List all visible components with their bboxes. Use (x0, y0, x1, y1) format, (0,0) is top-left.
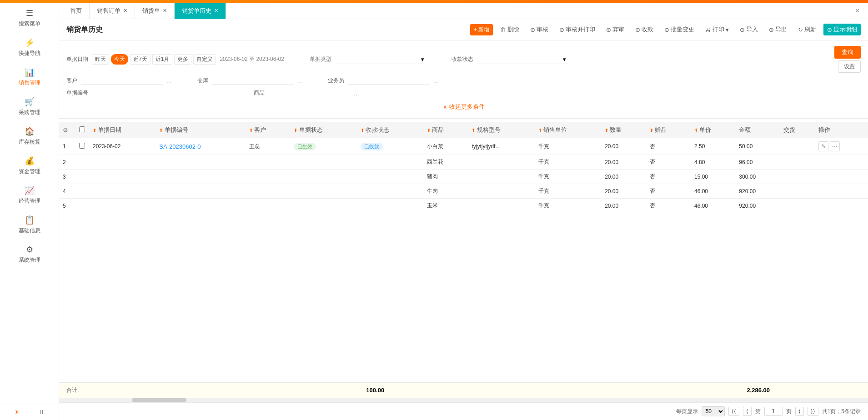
row-checkbox[interactable] (79, 143, 85, 149)
cell-amount: 50.00 (735, 138, 779, 155)
date-btn-yesterday[interactable]: 昨天 (92, 54, 109, 65)
filter-docno: 单据编号 (66, 89, 228, 97)
sidebar-item-operations[interactable]: 📈 经营管理 (0, 180, 59, 210)
refresh-button[interactable]: ↻ 刷新 (794, 24, 820, 35)
scrollbar-area[interactable] (59, 398, 868, 402)
prev-page-button[interactable]: ⟨ (743, 407, 752, 416)
query-button[interactable]: 查询 (834, 46, 861, 59)
goods-ellipsis[interactable]: ... (354, 90, 359, 97)
col-quantity[interactable]: ⬆ 数量 (601, 122, 646, 138)
col-spec-type[interactable]: ⬆ 规格型号 (468, 122, 534, 138)
scrollbar-thumb[interactable] (132, 398, 186, 402)
main-content: 首页 销售订单 ✕ 销货单 ✕ 销货单历史 ✕ ✕ 销货单历史 + (59, 3, 868, 420)
doctype-select[interactable]: ▾ (335, 55, 426, 64)
sidebar-footer-icon2[interactable]: ⏸ (39, 409, 45, 415)
payment-status-badge: 已收款 (361, 143, 383, 150)
page-input[interactable] (764, 407, 783, 416)
tab-close-all[interactable]: ✕ (850, 7, 864, 14)
sidebar-footer-icon1[interactable]: ☀ (14, 409, 20, 415)
doc-status-badge: 已生效 (294, 143, 316, 150)
date-group: 昨天 今天 近7天 近1月 更多 自定义 2023-06-02 至 2023-0… (92, 54, 284, 65)
cell-goods: 牛肉 (423, 184, 468, 199)
filter-customer: 客户 ... (66, 76, 172, 85)
col-payment-status[interactable]: ⬆ 收款状态 (357, 122, 423, 138)
tab-sales-order[interactable]: 销售订单 ✕ (90, 3, 135, 19)
sidebar-item-purchase[interactable]: 🛒 采购管理 (0, 91, 59, 121)
payment-status-select[interactable]: ▾ (477, 55, 568, 64)
goods-input[interactable] (268, 89, 350, 97)
new-button[interactable]: + 新增 (470, 24, 493, 35)
cell-gift: 否 (646, 155, 691, 170)
tab-close-sales-history[interactable]: ✕ (214, 8, 218, 14)
setting-button[interactable]: 设置 (838, 60, 861, 73)
print-icon: 🖨 (705, 26, 711, 33)
date-btn-1month[interactable]: 近1月 (152, 54, 173, 65)
date-btn-today[interactable]: 今天 (111, 54, 128, 65)
col-goods[interactable]: ⬆ 商品 (423, 122, 468, 138)
col-customer[interactable]: ⬆ 客户 (246, 122, 290, 138)
sidebar-item-basicinfo[interactable]: 📋 基础信息 (0, 210, 59, 239)
col-sales-unit[interactable]: ⬆ 销售单位 (535, 122, 601, 138)
last-page-button[interactable]: ⟩⟩ (808, 407, 818, 416)
cell-amount: 300.00 (735, 170, 779, 184)
more-action-button[interactable]: ⋯ (830, 141, 840, 151)
sort-icon-unit: ⬆ (538, 128, 542, 133)
filter-row-2: 客户 ... 仓库 ... 业务员 ... (66, 76, 861, 85)
col-doc-date[interactable]: ⬆ 单据日期 (89, 122, 156, 138)
col-settings[interactable]: ⚙ (59, 122, 75, 138)
cell-quantity: 20.00 (601, 184, 646, 199)
cell-goods: 西兰花 (423, 155, 468, 170)
date-btn-more[interactable]: 更多 (174, 54, 191, 65)
cell-spec-type (468, 199, 534, 213)
sidebar-item-search[interactable]: ☰ 搜索菜单 (0, 3, 59, 32)
toolbar: + 新增 🗑 删除 ⊙ 审核 ⊙ 审核并打印 ⊙ 弃 (470, 24, 861, 35)
date-btn-7days[interactable]: 近7天 (130, 54, 151, 65)
tab-close-sales-order[interactable]: ✕ (123, 8, 127, 14)
edit-action-button[interactable]: ✎ (818, 141, 828, 151)
batch-change-button[interactable]: ⊙ 批量变更 (661, 24, 698, 35)
audit-print-button[interactable]: ⊙ 审核并打印 (556, 24, 599, 35)
doc-no-link[interactable]: SA-20230602-0 (159, 143, 201, 150)
tab-sales-history[interactable]: 销货单历史 ✕ (175, 3, 226, 19)
first-page-button[interactable]: ⟨⟨ (728, 407, 739, 416)
per-page-select[interactable]: 50 100 200 (702, 406, 725, 416)
docno-input[interactable] (92, 89, 228, 97)
sidebar-item-sales[interactable]: 📊 销售管理 (0, 62, 59, 91)
select-all-checkbox[interactable] (79, 126, 85, 132)
tab-home[interactable]: 首页 (63, 3, 90, 19)
tab-close-sales-goods[interactable]: ✕ (163, 8, 167, 14)
audit-button[interactable]: ⊙ 审核 (527, 24, 552, 35)
export-button[interactable]: ⊙ 导出 (765, 24, 791, 35)
total-amount: 2,286.00 (747, 387, 770, 394)
import-button[interactable]: ⊙ 导入 (736, 24, 762, 35)
cell-transaction (780, 199, 815, 213)
collapse-button[interactable]: ∧ 收起更多条件 (66, 101, 861, 113)
sidebar-item-quicknav[interactable]: ⚡ 快捷导航 (0, 32, 59, 62)
customer-input[interactable] (81, 76, 163, 85)
warehouse-ellipsis[interactable]: ... (297, 77, 303, 85)
cell-doc-status (290, 170, 356, 184)
show-detail-button[interactable]: ⊙ 显示明细 (823, 24, 861, 35)
business-ellipsis[interactable]: ... (433, 77, 439, 85)
next-page-button[interactable]: ⟩ (795, 407, 804, 416)
cell-transaction (780, 170, 815, 184)
customer-ellipsis[interactable]: ... (166, 77, 172, 85)
sidebar-item-inventory[interactable]: 🏠 库存核算 (0, 121, 59, 150)
business-input[interactable] (348, 76, 430, 85)
tab-sales-goods[interactable]: 销货单 ✕ (135, 3, 175, 19)
sidebar-item-system[interactable]: ⚙ 系统管理 (0, 239, 59, 269)
warehouse-input[interactable] (212, 76, 294, 85)
date-btn-custom[interactable]: 自定义 (193, 54, 216, 65)
delete-button[interactable]: 🗑 删除 (497, 24, 523, 35)
col-doc-no[interactable]: ⬆ 单据编号 (156, 122, 246, 138)
col-gift[interactable]: ⬆ 赠品 (646, 122, 691, 138)
abandon-button[interactable]: ⊙ 弃审 (602, 24, 628, 35)
settings-icon[interactable]: ⚙ (63, 127, 68, 134)
col-doc-status[interactable]: ⬆ 单据状态 (290, 122, 356, 138)
col-unit-price[interactable]: ⬆ 单价 (691, 122, 735, 138)
receive-button[interactable]: ⊙ 收款 (632, 24, 657, 35)
sidebar-item-finance[interactable]: 💰 资金管理 (0, 150, 59, 180)
sort-icon-docstatus: ⬆ (294, 128, 297, 133)
cell-transaction (780, 184, 815, 199)
print-button[interactable]: 🖨 打印 ▾ (702, 24, 733, 35)
